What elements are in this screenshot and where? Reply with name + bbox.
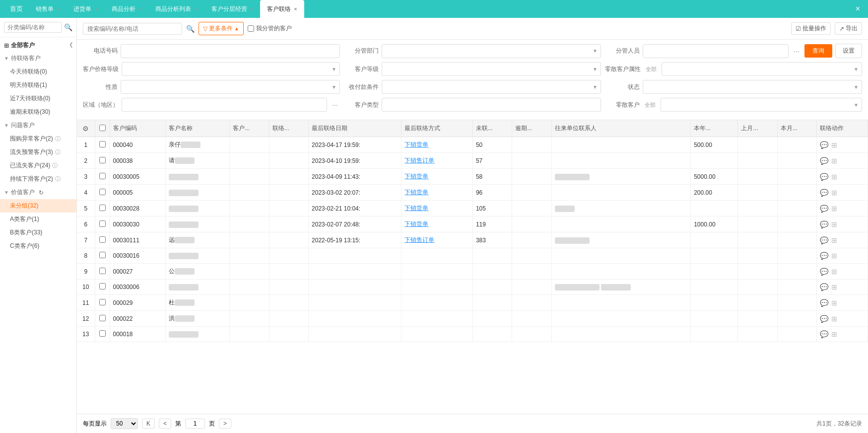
close-productanalysis-icon[interactable]: ×: [138, 0, 141, 18]
grid-action-icon[interactable]: ⊞: [831, 315, 837, 323]
customer-level-select[interactable]: ▼: [382, 62, 601, 76]
next-page-btn[interactable]: >: [219, 419, 231, 429]
row-checkbox[interactable]: [99, 252, 106, 258]
page-number-input[interactable]: [185, 419, 205, 429]
close-customercontact-icon[interactable]: ×: [294, 0, 297, 18]
sidebar-item-7days[interactable]: 近7天待联络(0): [0, 92, 76, 105]
manager-select[interactable]: [643, 44, 789, 58]
chat-icon[interactable]: 💬: [820, 173, 828, 181]
grid-action-icon[interactable]: ⊞: [831, 157, 837, 165]
chat-icon[interactable]: 💬: [820, 299, 828, 307]
manager-ellipsis-btn[interactable]: ···: [792, 47, 801, 55]
chat-icon[interactable]: 💬: [820, 189, 828, 197]
phone-input[interactable]: [121, 44, 340, 58]
more-conditions-btn[interactable]: ▽ 更多条件 ▲: [199, 22, 244, 35]
tab-productanalysislist[interactable]: 商品分析列表 ×: [148, 0, 204, 18]
grid-action-icon[interactable]: ⊞: [831, 252, 837, 260]
chat-icon[interactable]: 💬: [820, 157, 828, 165]
sidebar-item-ungrouped[interactable]: 未分组(32): [0, 199, 76, 213]
row-checkbox[interactable]: [99, 236, 106, 243]
query-btn[interactable]: 查询: [804, 44, 832, 58]
grid-action-icon[interactable]: ⊞: [831, 141, 837, 149]
all-customers-header[interactable]: ⊞ 全部客户 《: [0, 37, 76, 52]
export-btn[interactable]: ↗ 导出: [835, 22, 862, 35]
grid-action-icon[interactable]: ⊞: [831, 205, 837, 213]
chat-icon[interactable]: 💬: [820, 236, 828, 244]
contact-method-link[interactable]: 下销售订单: [404, 157, 434, 164]
chat-icon[interactable]: 💬: [820, 268, 828, 276]
row-checkbox[interactable]: [99, 220, 106, 227]
row-checkbox-cell[interactable]: [95, 327, 110, 342]
refresh-icon[interactable]: ↻: [39, 189, 44, 196]
row-checkbox[interactable]: [99, 268, 106, 274]
row-checkbox-cell[interactable]: [95, 280, 110, 295]
grid-action-icon[interactable]: ⊞: [831, 283, 837, 291]
sidebar-item-b-class[interactable]: B类客户(33): [0, 226, 76, 239]
row-checkbox[interactable]: [99, 315, 106, 321]
cust-type-input[interactable]: [382, 98, 601, 112]
row-checkbox-cell[interactable]: [95, 216, 110, 232]
select-all-checkbox[interactable]: [99, 125, 106, 131]
tab-purchaseorder[interactable]: 进货单 ×: [67, 0, 104, 18]
sidebar-item-declining[interactable]: 持续下滑客户(2) ⓘ: [0, 172, 76, 186]
row-checkbox-cell[interactable]: [95, 248, 110, 264]
row-checkbox[interactable]: [99, 173, 106, 179]
row-checkbox-cell[interactable]: [95, 169, 110, 185]
sidebar-search-icon[interactable]: 🔍: [64, 23, 72, 31]
sidebar-item-abnormal[interactable]: 囤购异常客户(2) ⓘ: [0, 132, 76, 145]
grid-action-icon[interactable]: ⊞: [831, 299, 837, 307]
prev-page-btn[interactable]: <: [159, 419, 171, 429]
sidebar-item-overdue[interactable]: 逾期未联络(30): [0, 105, 76, 119]
sparse-attr-select[interactable]: ▼: [662, 62, 862, 76]
per-page-select[interactable]: 50 20 100: [111, 418, 138, 429]
nature-select[interactable]: ▼: [121, 80, 340, 94]
grid-action-icon[interactable]: ⊞: [831, 173, 837, 181]
sidebar-item-churned[interactable]: 已流失客户(24) ⓘ: [0, 159, 76, 172]
sidebar-group-problem[interactable]: ▼ 问题客户: [0, 119, 76, 132]
grid-action-icon[interactable]: ⊞: [831, 268, 837, 276]
sidebar-item-today[interactable]: 今天待联络(0): [0, 65, 76, 78]
batch-op-btn[interactable]: ☑ 批量操作: [791, 22, 831, 35]
payment-select[interactable]: ▼: [382, 80, 601, 94]
close-customerseg-icon[interactable]: ×: [250, 0, 253, 18]
sidebar-item-c-class[interactable]: C类客户(6): [0, 239, 76, 253]
chat-icon[interactable]: 💬: [820, 205, 828, 213]
row-checkbox-cell[interactable]: [95, 295, 110, 311]
contact-method-link[interactable]: 下销货单: [404, 205, 428, 212]
region-ellipsis-btn[interactable]: ···: [330, 101, 340, 109]
status-select[interactable]: ▼: [643, 80, 862, 94]
tab-customerseg[interactable]: 客户分层经营 ×: [204, 0, 260, 18]
contact-method-link[interactable]: 下销货单: [404, 173, 428, 180]
chat-icon[interactable]: 💬: [820, 141, 828, 149]
contact-method-link[interactable]: 下销货单: [404, 141, 428, 148]
first-page-btn[interactable]: K: [142, 419, 155, 429]
row-checkbox-cell[interactable]: [95, 311, 110, 327]
grid-action-icon[interactable]: ⊞: [831, 236, 837, 244]
sparse-cust-select[interactable]: ▼: [661, 98, 862, 112]
row-checkbox[interactable]: [99, 189, 106, 195]
row-checkbox-cell[interactable]: [95, 153, 110, 169]
close-purchaseorder-icon[interactable]: ×: [94, 0, 97, 18]
grid-action-icon[interactable]: ⊞: [831, 189, 837, 197]
close-productanalysislist-icon[interactable]: ×: [194, 0, 197, 18]
row-checkbox-cell[interactable]: [95, 185, 110, 201]
row-checkbox[interactable]: [99, 330, 106, 337]
sidebar-group-pending[interactable]: ▼ 待联络客户: [0, 52, 76, 65]
col-checkbox[interactable]: [95, 120, 110, 137]
grid-action-icon[interactable]: ⊞: [831, 330, 837, 338]
row-checkbox[interactable]: [99, 141, 106, 147]
contact-method-link[interactable]: 下销货单: [404, 189, 428, 196]
my-customers-checkbox-label[interactable]: 我分管的客户: [248, 24, 292, 33]
row-checkbox[interactable]: [99, 283, 106, 289]
sidebar-item-a-class[interactable]: A类客户(1): [0, 213, 76, 226]
close-all-tabs-icon[interactable]: ×: [852, 4, 864, 13]
row-checkbox[interactable]: [99, 157, 106, 163]
sidebar-item-tomorrow[interactable]: 明天待联络(1): [0, 78, 76, 92]
chat-icon[interactable]: 💬: [820, 252, 828, 260]
chat-icon[interactable]: 💬: [820, 315, 828, 323]
close-salesorder-icon[interactable]: ×: [57, 0, 60, 18]
main-search-input[interactable]: [83, 23, 182, 35]
sidebar-group-value[interactable]: ▼ 价值客户 ↻: [0, 186, 76, 199]
tab-salesorder[interactable]: 销售单 ×: [29, 0, 67, 18]
sidebar-search-input[interactable]: [4, 22, 62, 33]
